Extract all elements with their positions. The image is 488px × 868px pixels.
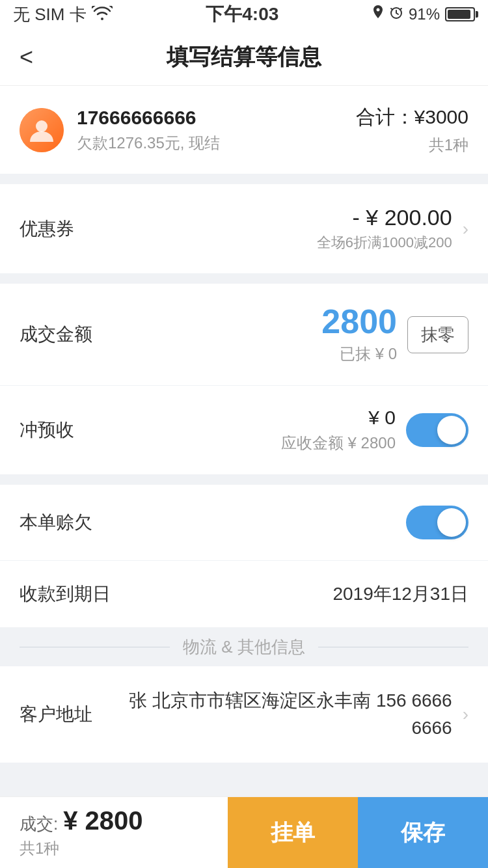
customer-sub: 欠款1276.35元, 现结 — [77, 133, 220, 154]
prepay-value-container: ¥ 0 应收金额 ¥ 2800 — [281, 407, 468, 454]
coupon-row[interactable]: 优惠券 - ¥ 200.00 全场6折满1000减200 › — [0, 184, 488, 273]
coupon-section: 优惠券 - ¥ 200.00 全场6折满1000减200 › — [0, 184, 488, 273]
address-value: 张 北京市市辖区海淀区永丰南 156 6666 6666 — [92, 687, 452, 742]
logistics-label: 物流 & 其他信息 — [170, 636, 318, 658]
logistics-separator: 物流 & 其他信息 — [0, 627, 488, 666]
prepay-row: 冲预收 ¥ 0 应收金额 ¥ 2800 — [0, 386, 488, 474]
credit-value-container — [406, 506, 468, 539]
hang-button[interactable]: 挂单 — [228, 797, 358, 869]
prepay-label: 冲预收 — [20, 418, 74, 442]
address-chevron-icon: › — [463, 704, 468, 725]
address-row[interactable]: 客户地址 张 北京市市辖区海淀区永丰南 156 6666 6666 › — [0, 666, 488, 763]
battery-icon — [445, 7, 475, 21]
amount-erased: 已抹 ¥ 0 — [340, 344, 397, 364]
alarm-icon — [389, 5, 403, 23]
credit-section: 本单赊欠 收款到期日 2019年12月31日 — [0, 485, 488, 627]
address-value-container: 张 北京市市辖区海淀区永丰南 156 6666 6666 › — [92, 687, 468, 742]
customer-info: 17666666666 欠款1276.35元, 现结 — [77, 107, 220, 154]
bottom-deal-amount: ¥ 2800 — [63, 806, 142, 835]
prepay-amount: ¥ 0 — [368, 407, 396, 429]
customer-phone: 17666666666 — [77, 107, 220, 129]
bottom-count: 共1种 — [20, 838, 208, 859]
section-divider-2 — [0, 474, 488, 485]
prepay-block: ¥ 0 应收金额 ¥ 2800 — [281, 407, 396, 454]
avatar — [20, 108, 64, 152]
customer-right: 合计：¥3000 共1种 — [356, 104, 468, 156]
customer-card: 17666666666 欠款1276.35元, 现结 合计：¥3000 共1种 — [0, 86, 488, 174]
svg-point-1 — [36, 120, 47, 132]
amount-section: 成交金额 2800 已抹 ¥ 0 抹零 冲预收 ¥ 0 应收金额 ¥ 2800 — [0, 284, 488, 474]
section-divider-1 — [0, 273, 488, 284]
amount-number: 2800 — [321, 305, 397, 338]
content: 17666666666 欠款1276.35元, 现结 合计：¥3000 共1种 … — [0, 86, 488, 868]
coupon-label: 优惠券 — [20, 217, 74, 241]
battery-percent: 91% — [409, 5, 440, 23]
due-date-value: 2019年12月31日 — [332, 582, 468, 606]
total-amount: 合计：¥3000 — [356, 104, 468, 131]
back-button[interactable]: < — [20, 44, 59, 71]
bottom-deal-label: 成交: — [20, 813, 58, 835]
coupon-discount-block: - ¥ 200.00 全场6折满1000减200 — [317, 205, 452, 252]
customer-left: 17666666666 欠款1276.35元, 现结 — [20, 107, 220, 154]
bottom-info: 成交: ¥ 2800 共1种 — [0, 806, 228, 859]
prepay-toggle[interactable] — [406, 413, 468, 447]
amount-label: 成交金额 — [20, 322, 92, 347]
coupon-desc: 全场6折满1000减200 — [317, 233, 452, 252]
total-count: 共1种 — [356, 135, 468, 156]
credit-label: 本单赊欠 — [20, 510, 92, 535]
status-time: 下午4:03 — [206, 2, 278, 27]
status-bar: 无 SIM 卡 下午4:03 91% — [0, 0, 488, 29]
address-section: 客户地址 张 北京市市辖区海淀区永丰南 156 6666 6666 › — [0, 666, 488, 763]
coupon-discount: - ¥ 200.00 — [353, 205, 452, 230]
page-title: 填写结算等信息 — [167, 42, 321, 72]
wifi-icon — [92, 5, 113, 25]
address-label: 客户地址 — [20, 702, 92, 727]
status-right: 91% — [372, 5, 475, 23]
credit-row: 本单赊欠 — [0, 485, 488, 561]
bottom-bar: 成交: ¥ 2800 共1种 挂单 保存 — [0, 796, 488, 868]
sim-label: 无 SIM 卡 — [13, 3, 87, 26]
location-icon — [372, 5, 384, 23]
prepay-sub: 应收金额 ¥ 2800 — [281, 433, 396, 454]
round-button[interactable]: 抹零 — [407, 316, 468, 353]
save-button[interactable]: 保存 — [358, 797, 488, 869]
chevron-right-icon: › — [463, 219, 468, 239]
due-date-label: 收款到期日 — [20, 582, 111, 606]
bottom-deal-row: 成交: ¥ 2800 — [20, 806, 208, 835]
credit-toggle-knob — [437, 508, 466, 537]
due-date-row: 收款到期日 2019年12月31日 — [0, 561, 488, 627]
amount-value-container: 2800 已抹 ¥ 0 抹零 — [321, 305, 468, 364]
coupon-value-container: - ¥ 200.00 全场6折满1000减200 › — [317, 205, 468, 252]
amount-block: 2800 已抹 ¥ 0 — [321, 305, 397, 364]
amount-row: 成交金额 2800 已抹 ¥ 0 抹零 — [0, 284, 488, 386]
toggle-knob — [437, 416, 466, 444]
status-left: 无 SIM 卡 — [13, 3, 113, 26]
nav-bar: < 填写结算等信息 — [0, 29, 488, 86]
credit-toggle[interactable] — [406, 506, 468, 539]
